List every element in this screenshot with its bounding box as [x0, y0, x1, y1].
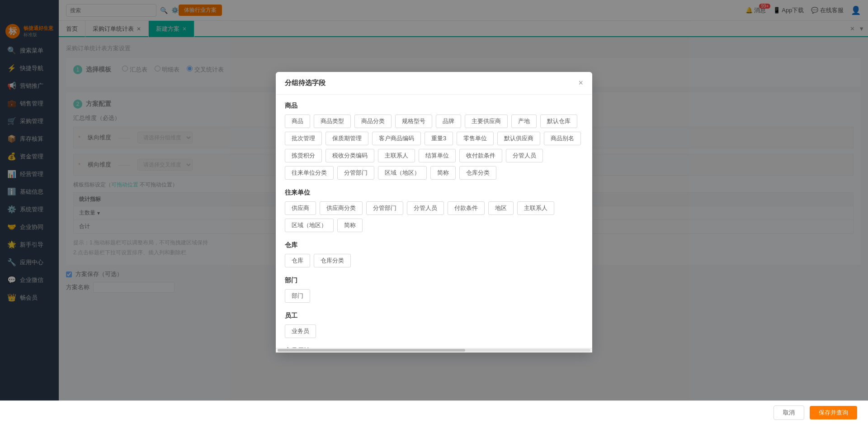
field-chip-0-16[interactable]: 税收分类编码	[326, 149, 374, 162]
field-chip-0-17[interactable]: 主联系人	[378, 149, 415, 162]
field-chips-1: 供应商供应商分类分管部门分管人员付款条件地区主联系人区域（地区）简称	[285, 201, 583, 232]
field-chip-2-1[interactable]: 仓库分类	[314, 254, 351, 267]
field-chip-1-6[interactable]: 主联系人	[517, 201, 554, 215]
field-chip-0-14[interactable]: 商品别名	[544, 132, 581, 145]
field-chip-2-0[interactable]: 仓库	[285, 254, 310, 267]
modal-header: 分组待选字段 ×	[276, 72, 592, 95]
field-chip-0-15[interactable]: 拣货积分	[285, 149, 322, 162]
field-chip-0-13[interactable]: 默认供应商	[497, 132, 540, 145]
field-chip-0-11[interactable]: 重量3	[425, 132, 453, 145]
field-chip-3-0[interactable]: 部门	[285, 289, 310, 303]
field-chip-0-23[interactable]: 区域（地区）	[378, 166, 427, 180]
field-chip-1-2[interactable]: 分管部门	[366, 201, 403, 215]
field-chip-0-9[interactable]: 保质期管理	[326, 132, 368, 145]
field-chip-0-0[interactable]: 商品	[285, 114, 310, 128]
field-chips-3: 部门	[285, 289, 583, 303]
field-chip-0-4[interactable]: 品牌	[436, 114, 461, 128]
field-chip-0-20[interactable]: 分管人员	[506, 149, 543, 162]
modal: 分组待选字段 × 商品商品商品类型商品分类规格型号品牌主要供应商产地默认仓库批次…	[276, 72, 592, 353]
field-chips-2: 仓库仓库分类	[285, 254, 583, 267]
scroll-track	[278, 349, 590, 352]
modal-title: 分组待选字段	[285, 79, 326, 87]
field-chip-1-8[interactable]: 简称	[337, 219, 363, 232]
field-chip-1-1[interactable]: 供应商分类	[320, 201, 363, 215]
field-chip-0-8[interactable]: 批次管理	[285, 132, 322, 145]
field-chip-0-2[interactable]: 商品分类	[354, 114, 392, 128]
field-group-往来单位: 往来单位供应商供应商分类分管部门分管人员付款条件地区主联系人区域（地区）简称	[285, 189, 583, 232]
field-chip-0-7[interactable]: 默认仓库	[540, 114, 577, 128]
field-group-部门: 部门部门	[285, 276, 583, 303]
field-chip-0-10[interactable]: 客户商品编码	[372, 132, 421, 145]
field-group-title-2: 仓库	[285, 241, 583, 249]
field-chip-0-21[interactable]: 往来单位分类	[285, 166, 334, 180]
field-chip-1-3[interactable]: 分管人员	[407, 201, 444, 215]
field-chip-1-5[interactable]: 地区	[488, 201, 514, 215]
scroll-thumb	[278, 349, 465, 352]
field-chip-0-3[interactable]: 规格型号	[395, 114, 432, 128]
cancel-button[interactable]: 取消	[774, 405, 804, 420]
field-chips-4: 业务员	[285, 324, 583, 338]
field-group-仓库: 仓库仓库仓库分类	[285, 241, 583, 267]
field-chip-0-5[interactable]: 主要供应商	[465, 114, 508, 128]
field-group-商品: 商品商品商品类型商品分类规格型号品牌主要供应商产地默认仓库批次管理保质期管理客户…	[285, 102, 583, 180]
field-chip-0-18[interactable]: 结算单位	[419, 149, 456, 162]
field-chip-1-4[interactable]: 付款条件	[448, 201, 485, 215]
field-chip-0-1[interactable]: 商品类型	[314, 114, 351, 128]
field-chip-0-12[interactable]: 零售单位	[457, 132, 494, 145]
field-chip-1-7[interactable]: 区域（地区）	[285, 219, 334, 232]
field-chip-0-22[interactable]: 分管部门	[337, 166, 374, 180]
bottom-bar: 取消 保存并查询	[0, 400, 868, 424]
modal-overlay: 分组待选字段 × 商品商品商品类型商品分类规格型号品牌主要供应商产地默认仓库批次…	[0, 0, 868, 424]
field-group-title-1: 往来单位	[285, 189, 583, 197]
field-group-title-4: 员工	[285, 312, 583, 320]
field-group-title-3: 部门	[285, 276, 583, 285]
modal-body: 商品商品商品类型商品分类规格型号品牌主要供应商产地默认仓库批次管理保质期管理客户…	[276, 95, 592, 348]
field-chip-1-0[interactable]: 供应商	[285, 201, 316, 215]
save-button[interactable]: 保存并查询	[810, 406, 857, 419]
field-chip-0-6[interactable]: 产地	[511, 114, 537, 128]
field-chips-0: 商品商品类型商品分类规格型号品牌主要供应商产地默认仓库批次管理保质期管理客户商品…	[285, 114, 583, 180]
modal-close-button[interactable]: ×	[578, 78, 583, 88]
modal-scroll-bar[interactable]	[276, 348, 592, 353]
field-chip-0-24[interactable]: 简称	[430, 166, 456, 180]
field-chip-0-19[interactable]: 收付款条件	[459, 149, 502, 162]
field-chip-0-25[interactable]: 仓库分类	[459, 166, 496, 180]
field-group-员工: 员工业务员	[285, 312, 583, 338]
field-chip-4-0[interactable]: 业务员	[285, 324, 316, 338]
field-group-title-0: 商品	[285, 102, 583, 110]
